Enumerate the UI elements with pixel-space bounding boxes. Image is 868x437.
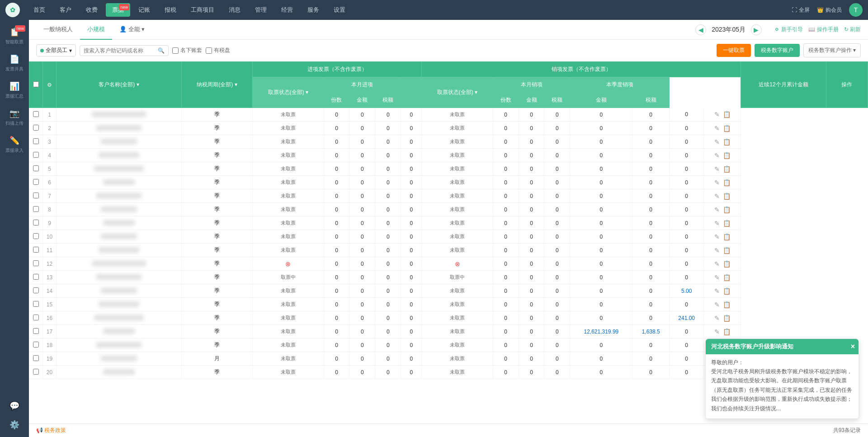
row-checkbox[interactable] — [33, 152, 39, 158]
copy-button[interactable]: 📋 — [722, 138, 731, 146]
edit-button[interactable]: ✎ — [713, 125, 721, 132]
edit-button[interactable]: ✎ — [713, 111, 721, 118]
date-next-button[interactable]: ▶ — [751, 24, 762, 35]
copy-button[interactable]: 📋 — [722, 206, 731, 213]
sidebar-item-entry[interactable]: ✏️ 票据录入 — [0, 132, 29, 157]
row-checkbox[interactable] — [33, 260, 39, 266]
date-prev-button[interactable]: ◀ — [695, 24, 706, 35]
row-checkbox[interactable] — [33, 179, 39, 185]
tea-badge-container: T — [849, 3, 863, 17]
copy-button[interactable]: 📋 — [722, 193, 731, 200]
sidebar-item-openinvoice[interactable]: 📄 发票开具 — [0, 51, 29, 76]
sidebar-item-scan[interactable]: 📷 扫描上传 — [0, 105, 29, 130]
checkbox-account[interactable]: 名下账套 — [172, 47, 202, 54]
tax-digital-ops-button[interactable]: 税务数字账户操作 ▾ — [803, 43, 861, 57]
copy-button[interactable]: 📋 — [722, 125, 731, 132]
copy-button[interactable]: 📋 — [722, 301, 731, 308]
row-checkbox[interactable] — [33, 328, 39, 334]
app-logo[interactable]: ✿ — [5, 3, 20, 17]
copy-button[interactable]: 📋 — [722, 315, 731, 322]
copy-button[interactable]: 📋 — [722, 220, 731, 227]
row-checkbox[interactable] — [33, 165, 39, 171]
nav-business[interactable]: 经营 — [275, 3, 299, 17]
nav-messages[interactable]: 消息 — [222, 3, 247, 17]
edit-button[interactable]: ✎ — [713, 274, 721, 281]
row-checkbox[interactable] — [33, 233, 39, 239]
client-name-cell — [57, 352, 182, 366]
copy-button[interactable]: 📋 — [722, 111, 731, 118]
nav-billing[interactable]: 收费 — [80, 3, 104, 17]
copy-button[interactable]: 📋 — [722, 287, 731, 295]
taxdisk-checkbox[interactable] — [206, 47, 212, 54]
client-search-input[interactable] — [84, 47, 156, 54]
nav-service[interactable]: 服务 — [301, 3, 326, 17]
copy-button[interactable]: 📋 — [722, 247, 731, 254]
member-button[interactable]: 👑 购会员 — [817, 6, 842, 14]
search-icon[interactable]: 🔍 — [158, 47, 165, 54]
copy-button[interactable]: 📋 — [722, 260, 731, 268]
edit-button[interactable]: ✎ — [713, 165, 721, 173]
nav-home[interactable]: 首页 — [27, 3, 52, 17]
copy-button[interactable]: 📋 — [722, 165, 731, 173]
edit-button[interactable]: ✎ — [713, 152, 721, 159]
edit-button[interactable]: ✎ — [713, 260, 721, 268]
row-checkbox[interactable] — [33, 274, 39, 280]
edit-button[interactable]: ✎ — [713, 179, 721, 186]
nav-clients[interactable]: 客户 — [53, 3, 78, 17]
select-all-checkbox[interactable] — [33, 81, 39, 87]
guide-link[interactable]: ⭘ 新手引导 — [774, 26, 803, 33]
row-checkbox[interactable] — [33, 287, 39, 293]
row-checkbox[interactable] — [33, 369, 39, 375]
row-checkbox[interactable] — [33, 193, 39, 198]
row-checkbox[interactable] — [33, 111, 39, 117]
tab-all[interactable]: 👤 全能 ▾ — [112, 20, 152, 40]
notification-close-button[interactable]: × — [851, 343, 855, 351]
employee-filter[interactable]: 全部员工 ▾ — [36, 44, 76, 56]
tax-policy-link[interactable]: 📢 税务政策 — [36, 427, 66, 434]
edit-button[interactable]: ✎ — [713, 247, 721, 254]
edit-button[interactable]: ✎ — [713, 315, 721, 322]
edit-button[interactable]: ✎ — [713, 328, 721, 335]
row-checkbox[interactable] — [33, 220, 39, 226]
edit-button[interactable]: ✎ — [713, 138, 721, 146]
tab-small-scale[interactable]: 小规模 — [80, 20, 112, 40]
copy-button[interactable]: 📋 — [722, 179, 731, 186]
nav-management[interactable]: 管理 — [249, 3, 273, 17]
row-checkbox[interactable] — [33, 355, 39, 361]
copy-button[interactable]: 📋 — [722, 152, 731, 159]
nav-tax[interactable]: 报税 — [158, 3, 183, 17]
edit-button[interactable]: ✎ — [713, 233, 721, 240]
nav-commerce[interactable]: 工商项目 — [184, 3, 221, 17]
copy-button[interactable]: 📋 — [722, 233, 731, 240]
sidebar-item-smartticket[interactable]: 📋 new 智能取票 — [0, 23, 29, 49]
copy-button[interactable]: 📋 — [722, 274, 731, 281]
user-avatar[interactable]: T — [849, 3, 863, 17]
tab-general-taxpayer[interactable]: 一般纳税人 — [36, 20, 80, 40]
row-checkbox[interactable] — [33, 138, 39, 144]
row-checkbox[interactable] — [33, 301, 39, 307]
row-checkbox[interactable] — [33, 315, 39, 320]
account-checkbox[interactable] — [172, 47, 179, 54]
sidebar-item-summary[interactable]: 📊 票据汇总 — [0, 78, 29, 103]
edit-button[interactable]: ✎ — [713, 301, 721, 308]
copy-button[interactable]: 📋 — [722, 328, 731, 335]
edit-button[interactable]: ✎ — [713, 193, 721, 200]
row-checkbox[interactable] — [33, 125, 39, 131]
edit-button[interactable]: ✎ — [713, 206, 721, 213]
nav-invoice[interactable]: 票据 new — [106, 3, 130, 17]
row-checkbox[interactable] — [33, 206, 39, 212]
manual-link[interactable]: 📖 操作手册 — [808, 26, 838, 33]
tax-digital-button[interactable]: 税务数字账户 — [755, 44, 800, 57]
nav-accounting[interactable]: 记账 — [132, 3, 156, 17]
nav-settings[interactable]: 设置 — [327, 3, 352, 17]
edit-button[interactable]: ✎ — [713, 220, 721, 227]
row-checkbox[interactable] — [33, 342, 39, 348]
checkbox-taxdisk[interactable]: 有税盘 — [206, 47, 230, 54]
edit-button[interactable]: ✎ — [713, 287, 721, 295]
refresh-link[interactable]: ↻ 刷新 — [844, 26, 861, 33]
one-click-button[interactable]: 一键取票 — [717, 44, 751, 57]
fullscreen-button[interactable]: ⛶ 全屏 — [792, 6, 810, 14]
row-checkbox[interactable] — [33, 247, 39, 253]
sidebar-item-chat[interactable]: 💬 — [0, 397, 29, 414]
sidebar-item-gear[interactable]: ⚙️ — [0, 416, 29, 433]
